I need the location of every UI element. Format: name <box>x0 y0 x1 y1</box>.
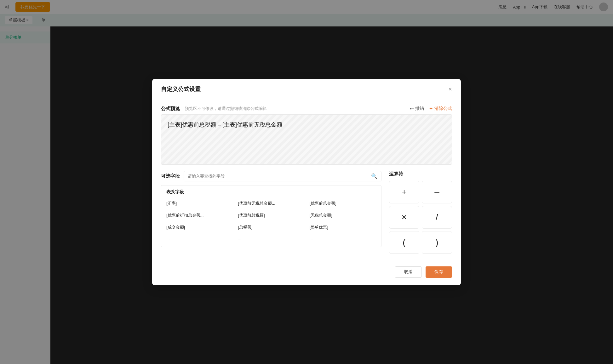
operators-grid: + – × / ( ) <box>389 181 452 254</box>
formula-dialog: 自定义公式设置 × 公式预览 预览区不可修改，请通过撤销或清除公式编辑 ↩ 撤销… <box>152 79 461 285</box>
field-item[interactable]: [优惠前总金额] <box>307 197 379 209</box>
fields-label: 可选字段 <box>161 173 180 179</box>
undo-icon: ↩ <box>410 106 414 111</box>
field-item[interactable]: [优惠前无税总金额... <box>235 197 307 209</box>
formula-preview-label: 公式预览 <box>161 106 180 112</box>
formula-preview-header: 公式预览 预览区不可修改，请通过撤销或清除公式编辑 ↩ 撤销 ✦ 清除公式 <box>161 106 452 112</box>
operator-paren-close[interactable]: ) <box>422 231 452 254</box>
field-item[interactable]: [优惠前折扣总金额... <box>164 209 235 221</box>
dialog-footer: 取消 保存 <box>152 261 461 285</box>
field-item[interactable]: ... <box>307 233 379 244</box>
cancel-button[interactable]: 取消 <box>395 266 422 278</box>
clear-label: 清除公式 <box>434 106 452 111</box>
operator-plus[interactable]: + <box>389 181 419 203</box>
operator-multiply[interactable]: × <box>389 206 419 229</box>
field-item[interactable]: [无税总金额] <box>307 209 379 221</box>
search-icon: 🔍 <box>371 173 377 179</box>
formula-text: [主表]优惠前总税额 – [主表]优惠前无税总金额 <box>168 121 445 128</box>
clear-icon: ✦ <box>429 106 433 111</box>
formula-preview-section: 公式预览 预览区不可修改，请通过撤销或清除公式编辑 ↩ 撤销 ✦ 清除公式 <box>161 106 452 165</box>
dialog-backdrop: 自定义公式设置 × 公式预览 预览区不可修改，请通过撤销或清除公式编辑 ↩ 撤销… <box>0 0 613 364</box>
formula-display: [主表]优惠前总税额 – [主表]优惠前无税总金额 <box>161 114 452 165</box>
undo-button[interactable]: ↩ 撤销 <box>410 106 424 111</box>
operators-label: 运算符 <box>389 171 452 177</box>
fields-section: 可选字段 🔍 表头字段 [汇率] [优惠前无税总金额... [优惠前总金额] [… <box>161 171 381 247</box>
field-item[interactable]: ... <box>235 233 307 244</box>
field-item[interactable]: ... <box>164 233 235 244</box>
dialog-title: 自定义公式设置 <box>161 85 201 93</box>
fields-group-header: 表头字段 <box>161 185 381 197</box>
dialog-body: 公式预览 预览区不可修改，请通过撤销或清除公式编辑 ↩ 撤销 ✦ 清除公式 <box>152 98 461 261</box>
formula-preview-hint: 预览区不可修改，请通过撤销或清除公式编辑 <box>185 106 405 111</box>
bottom-section: 可选字段 🔍 表头字段 [汇率] [优惠前无税总金额... [优惠前总金额] [… <box>161 171 452 254</box>
operator-divide[interactable]: / <box>422 206 452 229</box>
fields-header: 可选字段 🔍 <box>161 171 381 181</box>
formula-actions: ↩ 撤销 ✦ 清除公式 <box>410 106 452 111</box>
clear-formula-button[interactable]: ✦ 清除公式 <box>429 106 452 111</box>
fields-grid: [汇率] [优惠前无税总金额... [优惠前总金额] [优惠前折扣总金额... … <box>161 197 381 247</box>
operator-minus[interactable]: – <box>422 181 452 203</box>
operator-paren-open[interactable]: ( <box>389 231 419 254</box>
undo-label: 撤销 <box>415 106 424 111</box>
field-item[interactable]: [优惠前总税额] <box>235 209 307 221</box>
fields-search-input[interactable] <box>188 174 369 179</box>
field-item[interactable]: [汇率] <box>164 197 235 209</box>
field-item[interactable]: [整单优惠] <box>307 221 379 233</box>
fields-search-box[interactable]: 🔍 <box>184 171 381 181</box>
field-item[interactable]: [总税额] <box>235 221 307 233</box>
fields-list: 表头字段 [汇率] [优惠前无税总金额... [优惠前总金额] [优惠前折扣总金… <box>161 185 381 247</box>
dialog-header: 自定义公式设置 × <box>152 79 461 98</box>
operators-section: 运算符 + – × / ( ) <box>389 171 452 254</box>
dialog-close-button[interactable]: × <box>448 86 452 92</box>
field-item[interactable]: [成交金额] <box>164 221 235 233</box>
save-button[interactable]: 保存 <box>426 266 452 278</box>
